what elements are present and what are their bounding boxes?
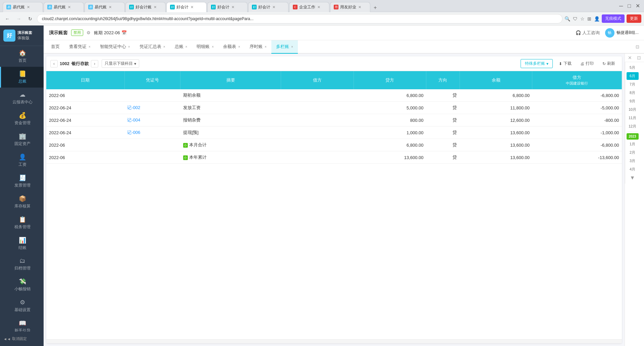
tab-close-icon[interactable]: ✕ xyxy=(109,5,112,9)
month-item-2022-5月[interactable]: 5月 xyxy=(627,64,639,71)
nav-tab-多栏账[interactable]: 多栏账× xyxy=(271,40,298,54)
user-avatar: 畅 xyxy=(605,28,614,38)
nav-tab-凭证汇总表[interactable]: 凭证汇总表× xyxy=(135,40,170,54)
new-tab-button[interactable]: + xyxy=(371,3,379,12)
month-item-2023-2月[interactable]: 2月 xyxy=(627,149,639,156)
close-window-icon[interactable]: ✕ xyxy=(634,3,641,9)
restore-icon[interactable]: □ xyxy=(626,3,632,9)
sidebar-item-结账[interactable]: 📊 结账 xyxy=(0,233,44,254)
month-item-2022-10月[interactable]: 10月 xyxy=(627,106,639,113)
collapse-right-button[interactable]: ✕ xyxy=(628,55,632,60)
month-item-2022-8月[interactable]: 8月 xyxy=(627,89,639,97)
tab-close-icon[interactable]: ✕ xyxy=(231,5,234,9)
profile-icon[interactable]: 👤 xyxy=(594,16,600,21)
voucher-link[interactable]: 记-002 xyxy=(127,105,140,110)
service-button[interactable]: 🎧 人工咨询 xyxy=(576,30,600,36)
bookmark-icon[interactable]: ☆ xyxy=(580,16,585,21)
tab-nav-collapse-button[interactable]: ⊡ xyxy=(633,43,641,51)
sidebar-item-小畅报销[interactable]: 💸 小畅报销 xyxy=(0,275,44,295)
browser-tab-9[interactable]: 用 用友好业 ✕ xyxy=(330,2,370,12)
nav-tab-close-icon[interactable]: × xyxy=(163,45,165,49)
month-item-2022-12月[interactable]: 12月 xyxy=(627,122,639,130)
cell-direction: 贷 xyxy=(426,127,460,139)
refresh-button[interactable]: ↻ 刷新 xyxy=(600,59,618,68)
browser-tab-3[interactable]: 易 易代账 ✕ xyxy=(85,2,125,12)
reload-button[interactable]: ↻ xyxy=(25,14,35,23)
month-item-2022-7月[interactable]: 7月 xyxy=(627,81,639,88)
demo-badge[interactable]: 禁用 xyxy=(71,30,83,36)
minimize-icon[interactable]: ─ xyxy=(618,3,624,9)
month-item-2022-9月[interactable]: 9月 xyxy=(627,97,639,105)
nav-tab-close-icon[interactable]: × xyxy=(128,45,130,49)
sidebar-item-归档管理[interactable]: 🗂 归档管理 xyxy=(0,254,44,275)
month-item-2023-1月[interactable]: 1月 xyxy=(627,140,639,148)
month-item-2022-11月[interactable]: 11月 xyxy=(627,114,639,122)
tab-close-icon[interactable]: ✕ xyxy=(272,5,275,9)
forward-button[interactable]: → xyxy=(14,14,23,23)
nav-tab-close-icon[interactable]: × xyxy=(291,45,293,49)
account-prev-button[interactable]: ‹ xyxy=(50,60,58,67)
nav-tab-查看凭证[interactable]: 查看凭证× xyxy=(64,40,95,54)
nav-tab-close-icon[interactable]: × xyxy=(265,45,267,49)
account-next-button[interactable]: › xyxy=(91,60,98,67)
back-button[interactable]: ← xyxy=(3,14,12,23)
search-icon[interactable]: 🔍 xyxy=(565,16,570,21)
tab-close-icon[interactable]: ✕ xyxy=(317,5,320,9)
browser-tab-4[interactable]: 好 好会计账 ✕ xyxy=(125,2,166,12)
nav-tab-close-icon[interactable]: × xyxy=(185,45,187,49)
expand-right-button[interactable]: ⊡ xyxy=(637,55,641,60)
month-scroll-down-button[interactable]: ▼ xyxy=(629,174,637,182)
sidebar-item-总账[interactable]: 📒 总账 xyxy=(0,67,44,88)
nav-tab-明细账[interactable]: 明细账× xyxy=(192,40,218,54)
nav-tab-序时账[interactable]: 序时账× xyxy=(245,40,271,54)
unpin-button[interactable]: ◄◄ 取消固定 xyxy=(3,335,40,343)
wuhen-button[interactable]: 无痕模式 xyxy=(602,14,625,23)
horizontal-scrollbar[interactable] xyxy=(46,339,622,343)
special-multicolumn-button[interactable]: 特殊多栏账 ▾ xyxy=(521,59,553,68)
tab-close-icon[interactable]: ✕ xyxy=(27,5,30,9)
calendar-icon[interactable]: 📅 xyxy=(121,30,127,35)
sidebar-item-资金管理[interactable]: 💰 资金管理 xyxy=(0,108,44,129)
filter-select[interactable]: 只显示下级科目 ▾ xyxy=(102,59,139,68)
sidebar-item-基础设置[interactable]: ⚙ 基础设置 xyxy=(0,295,44,316)
browser-tab-1[interactable]: 易 易代账 ✕ xyxy=(3,2,43,12)
browser-tab-2[interactable]: 易 易代账 ✕ xyxy=(44,2,84,12)
month-item-2023-3月[interactable]: 3月 xyxy=(627,157,639,165)
browser-tab-7[interactable]: 好 好会计 ✕ xyxy=(248,2,288,12)
user-name[interactable]: 畅捷通B组... xyxy=(616,30,639,36)
sidebar-item-固定资产[interactable]: 🏢 固定资产 xyxy=(0,129,44,150)
sidebar-item-工资[interactable]: 👤 工资 xyxy=(0,150,44,171)
nav-tab-首页[interactable]: 首页 xyxy=(46,40,64,54)
tab-close-icon[interactable]: ✕ xyxy=(191,5,194,9)
nav-tab-close-icon[interactable]: × xyxy=(212,45,214,49)
sidebar-item-新手引导[interactable]: 📖 新手引导 xyxy=(0,316,44,332)
sidebar-item-首页[interactable]: 🏠 首页 xyxy=(0,46,44,67)
update-button[interactable]: 更新 xyxy=(627,14,641,23)
nav-tab-智能凭证中心[interactable]: 智能凭证中心× xyxy=(95,40,135,54)
tab-close-icon[interactable]: ✕ xyxy=(358,5,361,9)
nav-tab-余额表[interactable]: 余额表× xyxy=(218,40,245,54)
tab-close-icon[interactable]: ✕ xyxy=(68,5,71,9)
voucher-link[interactable]: 记-006 xyxy=(127,130,140,135)
period-value[interactable]: 2022-06 xyxy=(104,30,120,35)
download-button[interactable]: ⬇ 下载 xyxy=(556,59,574,68)
sidebar-item-发票管理[interactable]: 🧾 发票管理 xyxy=(0,171,44,192)
month-item-2023-4月[interactable]: 4月 xyxy=(627,165,639,173)
sidebar-item-云报表中心[interactable]: ☁ 云报表中心 xyxy=(0,88,44,108)
nav-tab-close-icon[interactable]: × xyxy=(238,45,240,49)
browser-tab-5[interactable]: 好 好会计 ✕ xyxy=(166,2,207,12)
sidebar-item-库存核算[interactable]: 📦 库存核算 xyxy=(0,192,44,212)
nav-tab-close-icon[interactable]: × xyxy=(89,45,91,49)
nav-tab-总账[interactable]: 总账× xyxy=(170,40,192,54)
sidebar-item-税务管理[interactable]: 📋 税务管理 xyxy=(0,212,44,233)
browser-tab-8[interactable]: C 企业工作 ✕ xyxy=(289,2,329,12)
extensions-icon[interactable]: ⊞ xyxy=(587,16,591,21)
settings-icon[interactable]: ⚙ xyxy=(87,30,91,35)
voucher-link[interactable]: 记-004 xyxy=(127,117,140,122)
print-button[interactable]: 🖨 打印 xyxy=(578,59,596,68)
browser-tab-6[interactable]: 好 好会计 ✕ xyxy=(207,2,248,12)
cell-summary: 报销杂费 xyxy=(180,114,281,127)
month-item-2022-6月[interactable]: 6月 xyxy=(627,72,639,80)
address-input[interactable] xyxy=(37,14,562,23)
tab-close-icon[interactable]: ✕ xyxy=(154,5,157,9)
